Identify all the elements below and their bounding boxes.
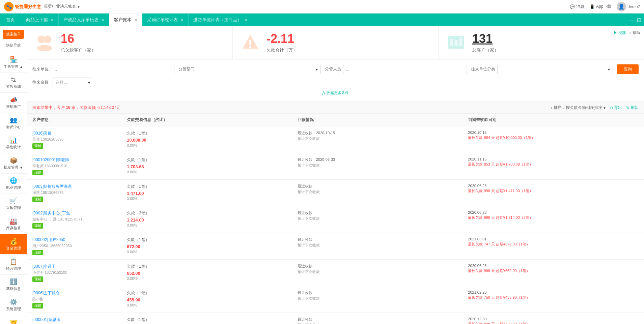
debt-amount-0[interactable]: 10,000.00	[127, 138, 298, 143]
overdue-amount-7[interactable]: 超期¥429.00（1笔）	[496, 322, 530, 324]
overdue-amount-0[interactable]: 超期¥10,000.00（1笔）	[496, 136, 535, 140]
customer-name-5[interactable]: [0007]小进干	[32, 264, 127, 269]
tab-minimize-icon[interactable]: —	[629, 17, 634, 23]
tab-product-shelf[interactable]: 商品上下架 ✕	[21, 13, 59, 26]
stat-total-label: 总客户（家）	[472, 47, 637, 53]
sidebar-item-enterprise-collab[interactable]: 🤝 企业协同	[0, 315, 27, 324]
debt-amount-5[interactable]: 652.00	[127, 271, 298, 276]
tab-product-history-close[interactable]: ✕	[101, 18, 104, 22]
app-download-button[interactable]: 📱 App下载	[590, 4, 611, 9]
export-button[interactable]: ⊙ 导出	[610, 105, 622, 111]
sidebar-item-purchase-mgmt[interactable]: 🛒 采购管理	[0, 194, 27, 214]
sidebar-item-inventory[interactable]: 🏭 库存核算	[0, 214, 27, 234]
debt-amount-1[interactable]: 1,703.68	[127, 164, 298, 169]
from-unit-input[interactable]: ...	[51, 65, 174, 74]
dept-select[interactable]: ▾	[197, 65, 320, 74]
sidebar-search-button[interactable]: 搜索菜单	[3, 30, 24, 39]
sidebar-quick-nav[interactable]: 快捷导航	[0, 41, 27, 50]
overdue-amount-3[interactable]: 超期¥1,214.00（3笔）	[496, 215, 533, 219]
result-actions: ↕ 排序：按欠款金额倒序排序 ▾ ⊙ 导出 ↻ 刷新	[550, 105, 639, 111]
result-debt-amount: -21,148.07元	[97, 105, 120, 110]
overdue-amount-2[interactable]: 超期¥1,471.00（1笔）	[496, 189, 533, 193]
debt-amount-4[interactable]: 672.00	[127, 244, 298, 249]
overdue-amount-5[interactable]: 超期¥652.00（1笔）	[496, 269, 530, 273]
tab-purchase-order-label: 采购订单统计表	[147, 17, 178, 23]
svg-rect-9	[459, 37, 462, 46]
customer-sub-2: 海燕 18513066976	[32, 190, 127, 195]
overdue-amount-4[interactable]: 超期¥672.00（1笔）	[496, 242, 530, 246]
expire-overdue-days-7: 最长欠款 808 天 超期¥429.00（1笔）	[468, 322, 639, 324]
recent-pay-1: 最近收款 2020-06-30	[298, 157, 468, 162]
sidebar-item-marketing[interactable]: 📣 营销推广	[0, 93, 27, 113]
debt-percent-1: 0.00%	[127, 170, 298, 174]
tab-purchase-order[interactable]: 采购订单统计表 ✕	[142, 13, 189, 26]
store-selector[interactable]: 母婴行业演示账套 ▾	[44, 4, 80, 9]
refresh-button[interactable]: ↻ 刷新	[626, 105, 639, 111]
overdue-amount-6[interactable]: 超期¥455.90（1笔）	[496, 295, 530, 299]
result-bar: 搜索结果中，客户 16 家，欠款金额 -21,148.07元 ↕ 排序：按欠款金…	[27, 102, 644, 114]
tab-bar: 首页 商品上下架 ✕ 产成品入库单历史 ✕ 客户账本 ✕ 采购订单统计表 ✕ 进…	[0, 13, 644, 26]
message-label: 消息	[576, 4, 584, 9]
debt-amount-3[interactable]: 1,214.00	[127, 217, 298, 223]
sidebar-item-retail-stats-label: 零售统计	[6, 145, 21, 149]
tab-purchase-stats-label: 进货单统计表（按商品）	[193, 17, 242, 23]
tab-home[interactable]: 首页	[0, 13, 21, 26]
tab-purchase-stats-close[interactable]: ✕	[244, 18, 247, 22]
sidebar-item-member[interactable]: 👥 会员中心	[0, 113, 27, 133]
tab-product-shelf-label: 商品上下架	[26, 17, 48, 23]
member-icon: 👥	[1, 116, 25, 124]
sidebar-item-batch-mgmt-label: 批发管理	[4, 165, 19, 170]
customer-name-6[interactable]: [0006]去下粮仓	[32, 290, 127, 296]
tab-expand-icon[interactable]: ⊡	[637, 17, 641, 23]
top-bar-right: 💬 消息 📱 App下载 👤 demo2	[570, 2, 640, 11]
recent-pay-7: 最近收款	[298, 317, 468, 322]
sidebar-item-ecommerce[interactable]: 🌐 电商管理	[0, 174, 27, 194]
next-pay-6: 预计下次收款	[298, 296, 468, 301]
customer-name-2[interactable]: [0003]畅捷服务尹海燕	[32, 184, 127, 189]
expire-overdue-days-6: 最长欠款 750 天 超期¥455.90（1笔）	[468, 295, 639, 300]
customer-name-4[interactable]: [000002]用户2050	[32, 237, 127, 243]
unit-category-select[interactable]: ▾	[497, 65, 613, 74]
collapse-button[interactable]: ⋀ 收起更多条件	[32, 89, 639, 97]
sidebar-item-retail-mgmt[interactable]: 🏪 零售管理 ▲	[0, 53, 27, 73]
customer-name-7[interactable]: [000001]黄思源	[32, 317, 127, 323]
tab-product-shelf-close[interactable]: ✕	[51, 18, 54, 22]
message-icon: 💬	[570, 4, 575, 9]
cell-expire-6: 2021.02.26 最长欠款 750 天 超期¥455.90（1笔）	[468, 290, 639, 300]
customer-name-3[interactable]: [0002]服务中心_丁磊	[32, 210, 127, 216]
customer-tag-0: 现销	[32, 143, 43, 149]
debt-count-5: 欠款（1笔）	[127, 264, 298, 269]
sort-arrow-icon: ▾	[604, 106, 606, 110]
customer-sub-3: 服务中心_丁磊 181 0125 8371	[32, 217, 127, 222]
video-button[interactable]: ▶ 视频	[614, 30, 626, 35]
search-button[interactable]: 查询	[617, 64, 639, 74]
balance-select[interactable]: 选择... ▾	[53, 78, 93, 87]
next-pay-3: 预计下次收款	[298, 216, 468, 221]
sidebar-item-business-mgmt[interactable]: 📋 经营管理	[0, 255, 27, 275]
next-pay-1: 预计下次收款	[298, 163, 468, 168]
tab-customer-account[interactable]: 客户账本 ✕	[109, 13, 142, 26]
message-button[interactable]: 💬 消息	[570, 4, 584, 9]
debt-amount-6[interactable]: 455.90	[127, 297, 298, 302]
tab-customer-account-close[interactable]: ✕	[134, 18, 137, 22]
customer-name-0[interactable]: [0016]吴俊	[32, 130, 127, 136]
sidebar-item-retail-stats[interactable]: 📊 零售统计	[0, 133, 27, 153]
retail-mgmt-icon: 🏪	[1, 56, 25, 63]
sidebar-item-system[interactable]: ⚙️ 系统管理	[0, 295, 27, 315]
expire-overdue-days-3: 最长欠款 998 天 超期¥1,214.00（3笔）	[468, 215, 639, 220]
sidebar-item-finance[interactable]: 💰 资金管理	[0, 234, 27, 255]
help-button[interactable]: ⊙ 帮助	[628, 30, 640, 35]
cell-expire-0: 2020.10.15 最长欠款 884 天 超期¥10,000.00（1笔）	[468, 130, 639, 140]
tab-product-history[interactable]: 产成品入库单历史 ✕	[59, 13, 109, 26]
sort-dropdown[interactable]: ↕ 排序：按欠款金额倒序排序 ▾	[550, 105, 606, 111]
tab-purchase-order-close[interactable]: ✕	[180, 18, 184, 22]
sidebar-item-retail-mall[interactable]: 🛍 零售商城	[0, 73, 27, 93]
manager-input[interactable]: ...	[343, 65, 467, 74]
customer-name-1[interactable]: [0001020001]李老师	[32, 157, 127, 163]
sidebar-item-batch-mgmt[interactable]: 📦 批发管理 ▼	[0, 153, 27, 174]
tab-purchase-stats[interactable]: 进货单统计表（按商品） ✕	[189, 13, 252, 26]
debt-amount-2[interactable]: 1,471.00	[127, 191, 298, 196]
overdue-amount-1[interactable]: 超期¥1,703.68（1笔）	[496, 162, 533, 166]
sidebar-item-basic-info[interactable]: ℹ️ 基础信息	[0, 275, 27, 295]
user-area[interactable]: 👤 demo2	[617, 2, 640, 11]
